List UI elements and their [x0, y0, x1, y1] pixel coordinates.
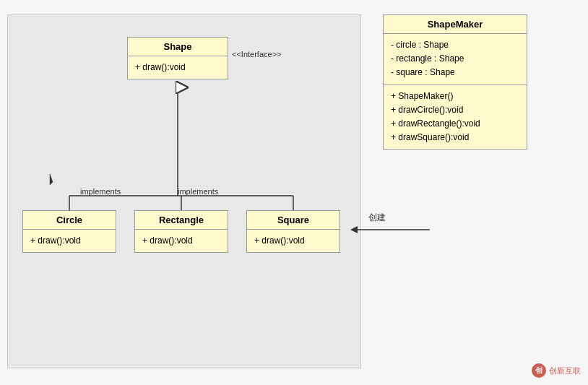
watermark-text: 创新互联 — [549, 365, 581, 376]
circle-class-body: + draw():vold — [23, 230, 116, 252]
implements-right-label: implements — [178, 187, 218, 196]
shape-class-header: Shape — [128, 38, 228, 56]
circle-class-title: Circle — [56, 215, 82, 225]
svg-marker-6 — [50, 174, 53, 185]
shape-class-title: Shape — [163, 41, 191, 52]
shapemaker-header: ShapeMaker — [384, 15, 527, 34]
shapemaker-attr-square: - square : Shape — [391, 66, 519, 79]
rectangle-class-box: Rectangle + draw():vold — [134, 210, 228, 253]
shape-class-body: + draw():void — [128, 56, 228, 79]
shapemaker-title: ShapeMaker — [428, 19, 483, 30]
watermark: 创 创新互联 — [532, 363, 581, 378]
svg-marker-10 — [350, 226, 358, 233]
square-class-body: + draw():vold — [247, 230, 340, 252]
shapemaker-methods: + ShapeMaker() + drawCircle():void + dra… — [384, 85, 527, 150]
square-class-title: Square — [277, 215, 309, 225]
shapemaker-attr-rectangle: - rectangle : Shape — [391, 52, 519, 66]
create-arrow-svg — [347, 222, 433, 237]
implements-left-label: implements — [80, 187, 121, 196]
rectangle-class-body: + draw():vold — [135, 230, 228, 252]
circle-class-header: Circle — [23, 211, 116, 230]
shapemaker-method-draw-square: + drawSquare():void — [391, 131, 519, 144]
rectangle-class-header: Rectangle — [135, 211, 228, 230]
left-panel: Shape + draw():void <<Interface>> Circle… — [7, 14, 361, 368]
main-container: Shape + draw():void <<Interface>> Circle… — [0, 0, 588, 383]
circle-method-draw: + draw():vold — [30, 234, 108, 248]
rectangle-class-title: Rectangle — [159, 215, 204, 225]
create-connector-container: 创建 — [347, 222, 433, 237]
square-method-draw: + draw():vold — [254, 234, 332, 248]
shape-method-draw: + draw():void — [135, 61, 220, 74]
shapemaker-constructor: + ShapeMaker() — [391, 90, 519, 103]
shapemaker-method-draw-circle: + drawCircle():void — [391, 103, 519, 117]
square-class-header: Square — [247, 211, 340, 230]
square-class-box: Square + draw():vold — [246, 210, 340, 253]
watermark-icon: 创 — [532, 363, 546, 378]
rectangle-method-draw: + draw():vold — [142, 234, 220, 248]
shapemaker-attributes: - circle : Shape - rectangle : Shape - s… — [384, 34, 527, 85]
shape-class-box: Shape + draw():void — [127, 37, 228, 79]
shapemaker-class-box: ShapeMaker - circle : Shape - rectangle … — [383, 14, 527, 150]
shapemaker-attr-circle: - circle : Shape — [391, 38, 519, 52]
right-panel: FacedePatternDemo + main():void 访问 Shape… — [376, 14, 535, 97]
create-label: 创建 — [368, 212, 386, 224]
shapemaker-method-draw-rectangle: + drawRectangle():void — [391, 117, 519, 131]
circle-class-box: Circle + draw():vold — [22, 210, 116, 253]
interface-stereotype: <<Interface>> — [232, 50, 282, 59]
